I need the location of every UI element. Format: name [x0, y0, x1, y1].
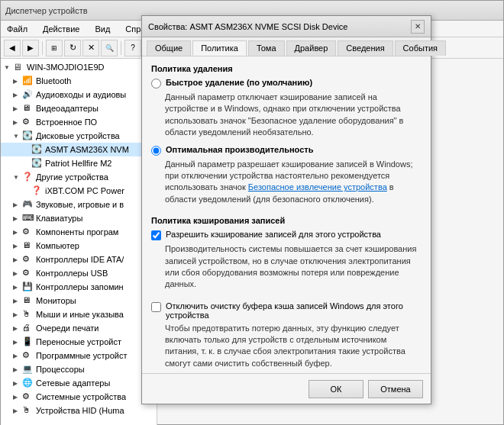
tab-details-label: Сведения — [346, 43, 384, 53]
video-arrow: ▶ — [13, 105, 22, 112]
sound-label: Звуковые, игровые и в — [36, 200, 124, 209]
tree-item-net[interactable]: ▶ 🌐 Сетевые адаптеры — [1, 376, 157, 390]
mice-icon: 🖱 — [22, 309, 34, 320]
dialog-close-button[interactable]: ✕ — [411, 20, 425, 34]
quick-removal-radio[interactable] — [151, 79, 161, 89]
sound-arrow: ▶ — [13, 201, 22, 208]
enable-cache-label[interactable]: Разрешить кэширование записей для этого … — [166, 230, 381, 239]
tree-item-diskdrives[interactable]: ▼ 💽 Дисковые устройства — [1, 129, 157, 143]
net-label: Сетевые адаптеры — [36, 378, 110, 388]
tree-item-sys[interactable]: ▶ ⚙ Системные устройства — [1, 390, 157, 404]
cpu-arrow: ▶ — [13, 366, 22, 373]
tree-item-storage[interactable]: ▶ 💾 Контроллеры запомин — [1, 280, 157, 294]
ok-button[interactable]: ОК — [309, 380, 363, 398]
dm-title: Диспетчер устройств — [5, 6, 499, 15]
enable-cache-checkbox[interactable] — [151, 230, 161, 240]
tree-item-ixbt[interactable]: ❓ iXBT.COM PC Power — [1, 184, 157, 198]
toolbar-update[interactable]: ↻ — [64, 40, 81, 56]
tree-item-bluetooth[interactable]: ▶ 📶 Bluetooth — [1, 74, 157, 88]
pat-icon: 💽 — [31, 158, 44, 169]
tree-item-keyboards[interactable]: ▶ ⌨ Клавиатуры — [1, 211, 157, 225]
hid-arrow: ▶ — [13, 407, 22, 414]
disable-cache-label[interactable]: Отключить очистку буфера кэша записей Wi… — [166, 301, 422, 320]
quick-removal-option: Быстрое удаление (по умолчанию) — [151, 78, 422, 89]
tree-item-softdev[interactable]: ▶ ⚙ Программные устройст — [1, 349, 157, 362]
disk-label: Дисковые устройства — [36, 131, 120, 140]
disable-cache-option: Отключить очистку буфера кэша записей Wi… — [151, 301, 422, 320]
pc-label: Компьютер — [36, 241, 79, 250]
pc-arrow: ▶ — [13, 243, 22, 250]
tree-item-ide[interactable]: ▶ ⚙ Контроллеры IDE ATA/ — [1, 253, 157, 266]
ide-label: Контроллеры IDE ATA/ — [36, 255, 124, 264]
tree-item-print[interactable]: ▶ 🖨 Очереди печати — [1, 321, 157, 335]
usb-arrow: ▶ — [13, 270, 22, 277]
ide-arrow: ▶ — [13, 256, 22, 263]
mice-arrow: ▶ — [13, 311, 22, 318]
disable-cache-checkbox[interactable] — [151, 302, 161, 312]
tree-root[interactable]: ▼ 🖥 WIN-3MOJDIO1E9D — [1, 60, 157, 74]
bt-arrow: ▶ — [13, 78, 22, 85]
tree-item-hid[interactable]: ▶ 🖱 Устройства HID (Huma — [1, 404, 157, 417]
video-icon: 🖥 — [22, 103, 34, 114]
tree-item-monitors[interactable]: ▶ 🖥 Мониторы — [1, 294, 157, 307]
toolbar-help[interactable]: ? — [124, 40, 141, 56]
toolbar-uninstall[interactable]: ✕ — [82, 40, 99, 56]
removal-policy-title: Политика удаления — [151, 64, 422, 73]
tree-item-mice[interactable]: ▶ 🖱 Мыши и иные указыва — [1, 307, 157, 321]
menu-action[interactable]: Действие — [40, 24, 82, 34]
pc-icon: 🖥 — [22, 240, 34, 251]
tree-item-portable[interactable]: ▶ 📱 Переносные устройст — [1, 335, 157, 349]
tab-general[interactable]: Общие — [147, 40, 191, 56]
menu-view[interactable]: Вид — [92, 24, 113, 34]
tree-item-patriot[interactable]: 💽 Patriot Hellfire M2 — [1, 156, 157, 170]
toolbar-properties[interactable]: ⊞ — [46, 40, 63, 56]
tree-item-usb[interactable]: ▶ ⚙ Контроллеры USB — [1, 266, 157, 280]
kb-label: Клавиатуры — [36, 214, 82, 223]
quick-removal-desc: Данный параметр отключает кэширование за… — [151, 92, 422, 139]
dialog-tabs: Общие Политика Тома Драйвер Сведения Соб… — [142, 37, 431, 56]
properties-dialog: Свойства: ASMT ASM236X NVME SCSI Disk De… — [141, 15, 431, 404]
tab-policy[interactable]: Политика — [192, 40, 247, 56]
cancel-button[interactable]: Отмена — [368, 380, 423, 398]
mon-icon: 🖥 — [22, 295, 34, 306]
tree-item-asmt[interactable]: 💽 ASMT ASM236X NVM — [1, 143, 157, 156]
optimal-perf-label[interactable]: Оптимальная производительность — [166, 145, 313, 154]
toolbar-back[interactable]: ◀ — [4, 40, 21, 56]
tab-volumes[interactable]: Тома — [248, 40, 285, 56]
tab-events[interactable]: События — [395, 40, 446, 56]
fw-icon: ⚙ — [22, 117, 34, 127]
tree-item-other[interactable]: ▼ ❓ Другие устройства — [1, 170, 157, 184]
enable-cache-desc: Производительность системы повышается за… — [151, 243, 422, 291]
tab-details[interactable]: Сведения — [338, 40, 393, 56]
optimal-perf-option: Оптимальная производительность — [151, 145, 422, 156]
port-label: Переносные устройст — [36, 337, 121, 346]
tree-item-firmware[interactable]: ▶ ⚙ Встроенное ПО — [1, 115, 157, 129]
tree-item-sound[interactable]: ▶ 🎮 Звуковые, игровые и в — [1, 198, 157, 211]
net-icon: 🌐 — [22, 378, 34, 388]
menu-file[interactable]: Файл — [4, 24, 31, 34]
sys-icon: ⚙ — [22, 391, 34, 402]
port-icon: 📱 — [22, 336, 34, 347]
sd-arrow: ▶ — [13, 353, 22, 359]
tab-driver[interactable]: Драйвер — [286, 40, 337, 56]
bt-icon: 📶 — [22, 76, 34, 86]
tree-item-computer[interactable]: ▶ 🖥 Компьютер — [1, 239, 157, 253]
tab-policy-label: Политика — [201, 43, 238, 53]
quick-removal-label[interactable]: Быстрое удаление (по умолчанию) — [166, 78, 312, 87]
root-icon: 🖥 — [13, 62, 25, 72]
toolbar-sep2 — [121, 41, 121, 55]
safe-removal-link[interactable]: Безопасное извлечение устройства — [248, 182, 387, 192]
print-icon: 🖨 — [22, 323, 34, 333]
tree-item-audio[interactable]: ▶ 🔊 Аудиовходы и аудиовы — [1, 88, 157, 101]
tree-item-cpu[interactable]: ▶ 💻 Процессоры — [1, 362, 157, 376]
dialog-body: Политика удаления Быстрое удаление (по у… — [142, 56, 431, 368]
fw-label: Встроенное ПО — [36, 118, 97, 127]
toolbar-scan[interactable]: 🔍 — [101, 40, 118, 56]
tree-item-video[interactable]: ▶ 🖥 Видеоадаптеры — [1, 101, 157, 115]
disk-icon: 💽 — [22, 130, 34, 141]
toolbar-forward[interactable]: ▶ — [22, 40, 39, 56]
tree-item-components[interactable]: ▶ ⚙ Компоненты програм — [1, 225, 157, 239]
optimal-perf-radio[interactable] — [151, 146, 161, 156]
net-arrow: ▶ — [13, 380, 22, 387]
comp-label: Компоненты програм — [36, 227, 118, 237]
